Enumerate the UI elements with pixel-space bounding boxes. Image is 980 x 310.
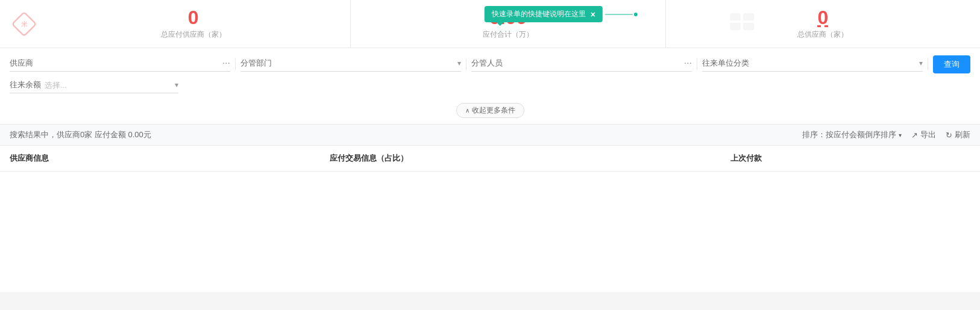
refresh-button[interactable]: ↻ 刷新: [946, 129, 970, 140]
unit-label: 往来单位分类: [702, 58, 749, 69]
logo-icon: 米: [11, 11, 37, 37]
divider-1: [235, 58, 236, 70]
collapse-button[interactable]: ∧ 收起更多条件: [456, 103, 524, 118]
sort-arrow-icon: ▾: [899, 132, 902, 138]
results-bar: 搜索结果中，供应商0家 应付金额 0.00元 排序：按应付会额倒序排序 ▾ ↗ …: [0, 125, 980, 146]
svg-rect-8: [730, 23, 741, 30]
person-filter: 分管人员 ···: [471, 58, 692, 72]
svg-rect-7: [743, 13, 754, 20]
results-actions: 排序：按应付会额倒序排序 ▾ ↗ 导出 ↻ 刷新: [802, 129, 970, 140]
refresh-label: 刷新: [955, 129, 970, 140]
filter-area: 供应商 ··· 分管部门 ▾ 分管人员 ··· 往来单位分类 ▾ 查询: [0, 48, 980, 125]
unit-filter: 往来单位分类 ▾: [702, 58, 923, 72]
collapse-up-icon: ∧: [465, 107, 470, 114]
export-label: 导出: [920, 129, 936, 140]
supplier-input[interactable]: [37, 58, 219, 67]
collapse-label: 收起更多条件: [472, 105, 515, 116]
supplier-label: 供应商: [10, 58, 33, 69]
supplier-filter: 供应商 ···: [10, 58, 230, 72]
balance-arrow-icon[interactable]: ▾: [175, 81, 178, 89]
svg-text:米: 米: [21, 20, 28, 28]
stat1-label: 总应付供应商（家）: [161, 29, 226, 40]
tooltip-text: 快速录单的快捷键说明在这里: [492, 9, 586, 19]
content-area: [0, 172, 980, 292]
tooltip-line: [605, 14, 635, 14]
col-supplier-info-header: 供应商信息: [10, 153, 330, 164]
col-last-payment-header: 上次付款: [730, 153, 971, 164]
stat1-number: 0: [188, 8, 199, 27]
dept-input[interactable]: [275, 58, 454, 67]
svg-rect-6: [730, 13, 741, 20]
supplier-dots-button[interactable]: ···: [222, 58, 230, 69]
sort-label: 排序：按应付会额倒序排序: [802, 129, 896, 140]
svg-rect-9: [743, 23, 754, 30]
balance-filter: 往来余额 ▾: [10, 79, 178, 93]
filter-row-2: 往来余额 ▾: [10, 79, 970, 93]
divider-3: [697, 58, 697, 70]
balance-input[interactable]: [45, 81, 171, 90]
person-label: 分管人员: [471, 58, 503, 69]
unit-arrow-icon[interactable]: ▾: [919, 59, 923, 67]
refresh-icon: ↻: [946, 131, 952, 140]
divider-4: [928, 58, 928, 70]
shortcut-tooltip: 快速录单的快捷键说明在这里 ×: [485, 6, 603, 22]
tooltip-dot: [633, 11, 639, 17]
table-header: 供应商信息 应付交易信息（占比） 上次付款: [0, 146, 980, 172]
stat3-number: 0: [817, 8, 828, 27]
stat-total-all-suppliers: 0 总供应商（家）: [666, 0, 980, 48]
query-button[interactable]: 查询: [933, 55, 970, 73]
grid-icon: [729, 12, 759, 36]
person-dots-button[interactable]: ···: [684, 58, 692, 69]
unit-input[interactable]: [753, 58, 916, 67]
col-transaction-header: 应付交易信息（占比）: [330, 153, 730, 164]
stat-total-payable: 0.00 应付合计（万） 快速录单的快捷键说明在这里 ×: [351, 0, 665, 48]
stat-total-suppliers-payable: 米 0 总应付供应商（家）: [0, 0, 351, 48]
dept-label: 分管部门: [240, 58, 272, 69]
export-button[interactable]: ↗ 导出: [911, 129, 936, 140]
divider-2: [466, 58, 466, 70]
stat3-label: 总供应商（家）: [797, 29, 848, 40]
person-input[interactable]: [506, 58, 680, 67]
results-info-text: 搜索结果中，供应商0家 应付金额 0.00元: [10, 129, 151, 140]
collapse-bar: ∧ 收起更多条件: [10, 99, 970, 124]
sort-select[interactable]: 排序：按应付会额倒序排序 ▾: [802, 129, 902, 140]
balance-label: 往来余额: [10, 79, 41, 90]
stat2-label: 应付合计（万）: [483, 29, 533, 40]
export-icon: ↗: [911, 131, 918, 140]
dept-filter: 分管部门 ▾: [240, 58, 461, 72]
tooltip-close-button[interactable]: ×: [591, 10, 595, 19]
dept-arrow-icon[interactable]: ▾: [457, 59, 461, 67]
filter-row-1: 供应商 ··· 分管部门 ▾ 分管人员 ··· 往来单位分类 ▾ 查询: [10, 55, 970, 73]
top-stats-bar: 米 0 总应付供应商（家） 0.00 应付合计（万） 快速录单的快捷键说明在这里: [0, 0, 980, 48]
